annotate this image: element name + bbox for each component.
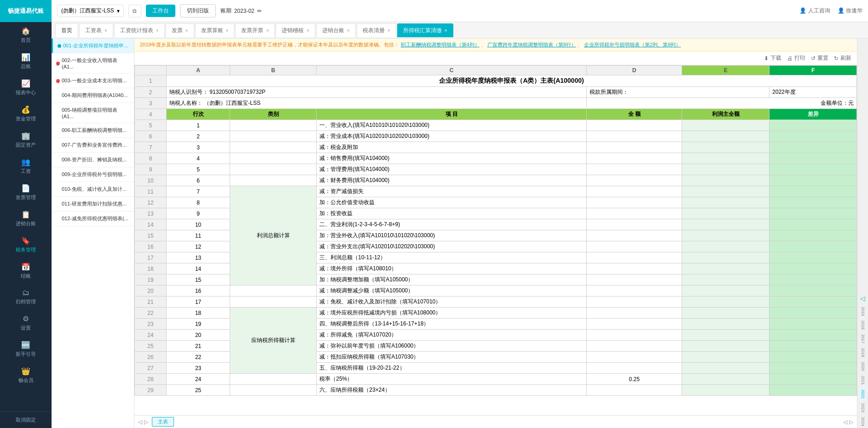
left-panel-item-002[interactable]: ○ 002-一般企业收入明细表(A1... — [52, 53, 134, 74]
timeline-2022[interactable]: 2022 — [860, 388, 866, 400]
tab-tax-summary[interactable]: 税表清册 × — [357, 23, 396, 37]
left-panel-item-006[interactable]: 006-职工薪酬纳税调整明细... — [52, 123, 134, 138]
table-row: 106减：财务费用(填写A104000) — [135, 175, 857, 186]
sidebar-item-sales-ledger[interactable]: 📋 进销台账 — [0, 205, 52, 232]
timeline-2020[interactable]: 2020 — [860, 360, 866, 373]
row-num-9: 13 — [135, 208, 167, 219]
sidebar-item-fixed-assets[interactable]: 🏢 固定资产 — [0, 127, 52, 153]
tab-invoice-open[interactable]: 发票开票 × — [235, 23, 275, 37]
tab-invoice-calc-close[interactable]: × — [226, 28, 229, 33]
tab-payroll-stat[interactable]: 工资统计报表 × — [114, 23, 165, 37]
sidebar-item-closing[interactable]: 📅 结账 — [0, 258, 52, 284]
unpin-button[interactable]: 取消固定 — [0, 411, 52, 428]
left-panel-item-001[interactable]: 001-企业所得税年度纳税申... — [52, 39, 134, 53]
warning-link-2[interactable]: 广宣费跨年度纳税调整明细表（第8行） — [487, 42, 576, 47]
timeline-2018[interactable]: 2018 — [860, 346, 866, 359]
tab-payroll-close[interactable]: × — [104, 28, 107, 33]
sidebar-item-home[interactable]: 🏠 首页 — [0, 22, 52, 48]
timeline-2021[interactable]: 2021 — [860, 374, 866, 387]
sidebar-item-new-guide[interactable]: 🆕 新手引导 — [0, 336, 52, 362]
category-empty — [230, 131, 317, 142]
download-button[interactable]: ⬇ 下载 — [764, 54, 781, 62]
left-panel-item-007[interactable]: 007-广告费和业务宣传费跨... — [52, 138, 134, 153]
amount-22 — [587, 352, 682, 363]
row-num-4: 8 — [135, 153, 167, 164]
scroll-left-icon[interactable]: ◁ — [843, 419, 847, 425]
sidebar-item-tax-mgmt[interactable]: 🔖 税务管理 — [0, 232, 52, 258]
profit-12 — [682, 241, 770, 252]
edit-account-icon[interactable]: ✏ — [257, 8, 262, 14]
warning-link-3[interactable]: 企业所得税补亏损明细表（第2列、第8列） — [584, 42, 681, 47]
tab-tax-summary-close[interactable]: × — [388, 28, 390, 33]
timeline-2023[interactable]: 2023 — [860, 401, 866, 414]
nav-next-icon[interactable]: ▷ — [144, 419, 148, 425]
sheet-tab-main[interactable]: 主表 — [152, 417, 174, 427]
tab-invoice-open-close[interactable]: × — [266, 28, 269, 33]
tab-payroll-stat-close[interactable]: × — [156, 28, 159, 33]
sidebar-item-general-ledger[interactable]: 📊 总账 — [0, 48, 52, 74]
left-panel-item-008[interactable]: 008-资产折旧、摊销及纳税... — [52, 153, 134, 167]
refresh-button[interactable]: ↻ 刷新 — [834, 54, 851, 62]
company-select[interactable]: (勿删）江西服宝-LSS ▾ — [57, 5, 124, 17]
left-panel-item-011[interactable]: 011-研发费用加计扣除优惠... — [52, 197, 134, 211]
workbench-button[interactable]: 工作台 — [146, 5, 175, 17]
line-num-7: 7 — [167, 186, 230, 197]
user-service-button[interactable]: 👤 人工咨询 — [799, 7, 830, 15]
left-panel-item-010[interactable]: 010-免税、减计收入及加计... — [52, 182, 134, 197]
tab-invoice[interactable]: 发票 × — [166, 23, 194, 37]
copy-button[interactable]: ⧉ — [128, 5, 141, 17]
tab-payroll[interactable]: 工资表 × — [79, 23, 113, 37]
sidebar-item-archive-mgmt[interactable]: 🗂 归档管理 — [0, 284, 52, 310]
sidebar-item-tax-label: 税务管理 — [16, 246, 36, 253]
category-empty — [230, 385, 317, 396]
tab-invoice-calc[interactable]: 发票算账 × — [195, 23, 235, 37]
line-num-14: 14 — [167, 263, 230, 274]
spreadsheet-container[interactable]: A B C D E F 1 企业所得税年度纳税申报表（A类）主表(A100000… — [134, 65, 857, 415]
tab-home[interactable]: 首页 — [55, 23, 78, 37]
profit-8 — [682, 197, 770, 208]
left-panel-item-009[interactable]: 009-企业所得税补亏损明细... — [52, 167, 134, 182]
diff-21 — [770, 341, 857, 352]
sidebar-item-invoice-mgmt[interactable]: 📄 发票管理 — [0, 179, 52, 205]
diff-7 — [770, 186, 857, 197]
sidebar-item-report-center[interactable]: 📈 报表中心 — [0, 74, 52, 101]
left-panel-item-012[interactable]: 012-减免所得税优惠明细表(... — [52, 211, 134, 226]
user-avatar[interactable]: 👤 徐逢华 — [838, 7, 862, 15]
scroll-right-icon[interactable]: ▷ — [849, 419, 853, 425]
timeline-expand-button[interactable]: ◁ — [860, 295, 865, 302]
left-panel-item-004[interactable]: 004-期间费用明细表(A1040... — [52, 88, 134, 103]
tab-sales-account[interactable]: 进销台账 × — [316, 23, 356, 37]
timeline-2019[interactable]: 2019 — [860, 305, 866, 318]
profit-4 — [682, 153, 770, 164]
nav-prev-icon[interactable]: ◁ — [138, 419, 142, 425]
left-panel-item-005[interactable]: 005-纳税调整项目明细表(A1... — [52, 103, 134, 123]
profit-17 — [682, 297, 770, 308]
sidebar-item-payroll[interactable]: 👥 工资 — [0, 153, 52, 179]
switch-version-button[interactable]: 切到旧版 — [180, 4, 216, 17]
tab-invoice-close[interactable]: × — [185, 28, 188, 33]
timeline-2017[interactable]: 2017 — [860, 332, 866, 345]
sidebar-item-member[interactable]: 👑 畅会员 — [0, 362, 52, 388]
amount-11 — [587, 230, 682, 241]
company-name-display: (勿删）江西服宝-LSS — [61, 7, 114, 15]
tab-sales-verify[interactable]: 进销稽核 × — [276, 23, 315, 37]
member-icon: 👑 — [21, 367, 30, 376]
col-header-a: A — [167, 66, 230, 75]
tab-income-tax-close[interactable]: × — [445, 28, 447, 33]
timeline-2024[interactable]: 2024 — [860, 415, 866, 428]
tab-sales-verify-close[interactable]: × — [307, 28, 309, 33]
item-20: 减：所得减免（填写A107020） — [317, 330, 587, 341]
diff-12 — [770, 241, 857, 252]
warning-link-1[interactable]: 职工薪酬纳税调整明细表（第4列） — [401, 42, 480, 47]
status-dot-011 — [56, 202, 60, 206]
tab-sales-account-close[interactable]: × — [347, 28, 350, 33]
print-button[interactable]: 🖨 打印 — [787, 54, 805, 62]
tab-income-tax[interactable]: 所得税汇算清缴 × — [397, 23, 453, 37]
line-num-12: 12 — [167, 241, 230, 252]
left-panel-item-003[interactable]: ○ 003-一般企业成本支出明细... — [52, 74, 134, 88]
sidebar-nav: 🏠 首页 📊 总账 📈 报表中心 💰 资金管理 🏢 固定资产 👥 工资 📄 发票… — [0, 22, 52, 411]
sidebar-item-settings[interactable]: ⚙ 设置 — [0, 310, 52, 336]
reset-button[interactable]: ↺ 重置 — [811, 54, 828, 62]
sidebar-item-capital-mgmt[interactable]: 💰 资金管理 — [0, 101, 52, 127]
timeline-2016[interactable]: 2016 — [860, 319, 866, 331]
